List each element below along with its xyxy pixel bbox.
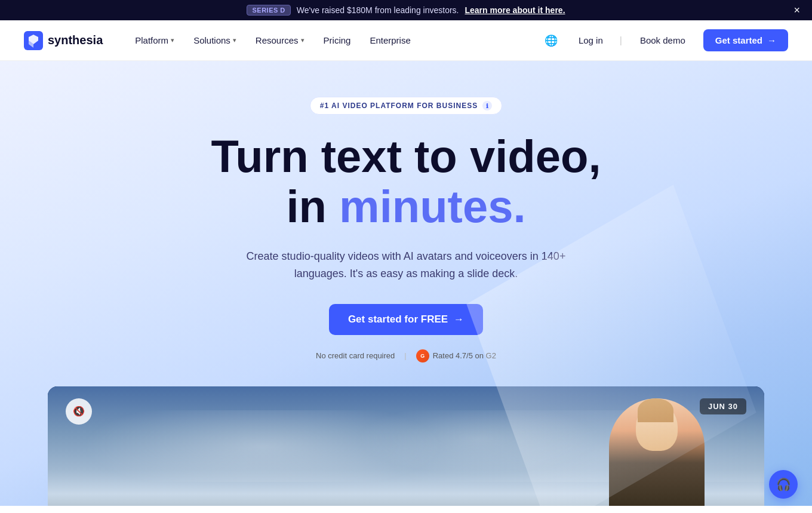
hero-title-in: in [286, 181, 339, 232]
nav-item-platform[interactable]: Platform ▾ [127, 30, 183, 50]
nav-label-platform: Platform [135, 35, 168, 45]
video-date-badge: JUN 30 [700, 398, 746, 414]
login-button[interactable]: Log in [569, 30, 613, 50]
chevron-down-icon: ▾ [171, 36, 174, 44]
mute-button[interactable]: 🔇 [66, 398, 92, 425]
meta-divider: | [404, 351, 406, 360]
hero-section: #1 AI VIDEO PLATFORM FOR BUSINESS ℹ Turn… [0, 61, 812, 506]
hero-video[interactable]: JUN 30 🔇 [48, 386, 764, 506]
g2-rating-text: Rated 4.7/5 on G2 [433, 351, 496, 360]
hero-title-line2: in minutes. [211, 182, 601, 232]
cta-label: Get started for FREE [348, 314, 448, 325]
no-credit-card-text: No credit card required [316, 351, 395, 360]
arrow-right-icon: → [454, 314, 464, 325]
nav-item-resources[interactable]: Resources ▾ [247, 30, 313, 50]
info-icon[interactable]: ℹ [482, 101, 492, 110]
nav-item-pricing[interactable]: Pricing [315, 30, 359, 50]
logo-text: synthesia [48, 33, 103, 47]
logo[interactable]: synthesia [24, 31, 103, 50]
announcement-text: We've raised $180M from leading investor… [297, 5, 459, 15]
book-demo-button[interactable]: Book demo [629, 30, 696, 50]
navbar: synthesia Platform ▾ Solutions ▾ Resourc… [0, 20, 812, 61]
badge-text: #1 AI VIDEO PLATFORM FOR BUSINESS [320, 102, 478, 110]
announcement-link[interactable]: Learn more about it here. [465, 5, 565, 15]
get-started-nav-button[interactable]: Get started → [703, 29, 788, 51]
support-button[interactable]: 🎧 [769, 470, 798, 499]
hero-subtitle: Create studio-quality videos with AI ava… [233, 248, 579, 282]
announcement-bar: SERIES D We've raised $180M from leading… [0, 0, 812, 20]
hero-title: Turn text to video, in minutes. [211, 131, 601, 231]
nav-item-enterprise[interactable]: Enterprise [361, 30, 419, 50]
hero-title-accent: minutes. [339, 181, 526, 232]
nav-label-resources: Resources [256, 35, 299, 45]
video-person [609, 398, 705, 506]
nav-label-enterprise: Enterprise [370, 35, 410, 45]
chevron-down-icon: ▾ [233, 36, 236, 44]
hero-title-line1: Turn text to video, [211, 131, 601, 182]
arrow-right-icon: → [767, 35, 776, 45]
series-badge: SERIES D [247, 5, 290, 16]
logo-icon [24, 31, 43, 50]
globe-button[interactable]: 🌐 [540, 30, 562, 51]
video-background: JUN 30 [48, 386, 764, 506]
nav-label-pricing: Pricing [324, 35, 351, 45]
g2-badge: G Rated 4.7/5 on G2 [416, 349, 496, 363]
nav-separator: | [620, 35, 622, 46]
hero-badge: #1 AI VIDEO PLATFORM FOR BUSINESS ℹ [310, 97, 502, 115]
close-button[interactable]: × [793, 5, 800, 16]
chevron-down-icon: ▾ [301, 36, 304, 44]
cta-meta: No credit card required | G Rated 4.7/5 … [316, 349, 496, 363]
nav-label-solutions: Solutions [193, 35, 230, 45]
nav-right: 🌐 Log in | Book demo Get started → [540, 29, 788, 51]
get-started-nav-label: Get started [715, 35, 762, 45]
cta-button[interactable]: Get started for FREE → [329, 304, 483, 335]
nav-links: Platform ▾ Solutions ▾ Resources ▾ Prici… [127, 30, 540, 50]
g2-icon: G [416, 349, 429, 363]
nav-item-solutions[interactable]: Solutions ▾ [185, 30, 245, 50]
